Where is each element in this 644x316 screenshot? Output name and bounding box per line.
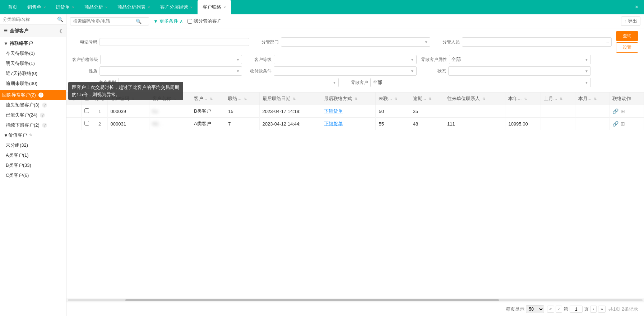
all-customers-header[interactable]: ☰ 全部客户 ❮ xyxy=(0,25,66,37)
row-check-1[interactable] xyxy=(84,121,89,126)
col-last-contact-method[interactable]: 最后联络方式 ⇅ xyxy=(321,93,375,105)
col-category[interactable]: 客户... ⇅ xyxy=(191,93,225,105)
sidebar-item-b-class[interactable]: B类客户(33) xyxy=(0,160,66,170)
value-edit-icon[interactable]: ✎ xyxy=(29,133,33,138)
row-last-contact-method-1[interactable]: 下销货单 xyxy=(321,118,375,130)
sidebar-item-abnormal[interactable]: 回购异常客户(2) ? xyxy=(0,90,66,100)
close-purchase-tab[interactable]: × xyxy=(72,5,74,9)
export-button[interactable]: ↑ 导出 xyxy=(621,16,641,26)
declining-help-icon: ? xyxy=(42,123,47,128)
close-customer-contact-tab[interactable]: × xyxy=(223,5,226,9)
page-number-input[interactable] xyxy=(570,306,583,313)
window-close-button[interactable]: × xyxy=(632,4,641,10)
dept-label: 分管部门 xyxy=(254,39,279,45)
tab-sales-label: 销售单 xyxy=(27,4,41,10)
sidebar-item-a-class[interactable]: A类客户(1) xyxy=(0,150,66,160)
value-customers-header[interactable]: ▼ 价值客户 ✎ xyxy=(0,130,66,140)
sort-this-month[interactable]: ⇅ xyxy=(594,97,597,101)
sort-this-year[interactable]: ⇅ xyxy=(524,97,527,101)
sort-contact-count[interactable]: ⇅ xyxy=(244,97,247,101)
retail-customer-arrow: ▼ xyxy=(585,81,588,85)
col-last-month-label: 上月... xyxy=(544,96,557,101)
row-check-0[interactable] xyxy=(84,108,89,113)
sidebar-item-7days[interactable]: 近7天待联络(0) xyxy=(0,69,66,79)
tab-customer-layered-label: 客户分层经营 xyxy=(160,4,188,10)
close-customer-layered-tab[interactable]: × xyxy=(190,5,193,9)
retail-attr-select[interactable]: 全部 ▼ xyxy=(449,55,591,64)
payment-select[interactable]: ▼ xyxy=(274,66,416,76)
tab-home[interactable]: 首页 xyxy=(3,0,22,14)
more-conditions-btn[interactable]: ▼ 更多条件 ∧ xyxy=(153,18,183,24)
close-product-analysis-tab[interactable]: × xyxy=(105,5,107,9)
per-page-select[interactable]: 50 20 100 xyxy=(526,305,544,313)
pending-header[interactable]: ▼ 待联络客户 xyxy=(0,38,66,48)
retail-customer-select[interactable]: 全部 ▼ xyxy=(370,78,591,87)
col-overdue[interactable]: 逾期... ⇅ xyxy=(410,93,444,105)
sort-category[interactable]: ⇅ xyxy=(210,97,213,101)
sort-unlocked[interactable]: ⇅ xyxy=(394,97,397,101)
tab-purchase[interactable]: 进货单 × xyxy=(51,0,79,14)
row-checkbox-0 xyxy=(81,105,92,118)
link-action-icon-1[interactable]: 🔗 xyxy=(612,121,618,127)
sort-overdue[interactable]: ⇅ xyxy=(428,97,431,101)
sidebar-item-tomorrow[interactable]: 明天待联络(1) xyxy=(0,58,66,69)
sidebar-item-declining[interactable]: 持续下滑客户(2) ? xyxy=(0,120,66,130)
customer-level-select[interactable]: ▼ xyxy=(274,55,416,64)
row-last-contact-method-0[interactable]: 下销货单 xyxy=(321,105,375,118)
query-button[interactable]: 查询 xyxy=(616,31,638,41)
horizontal-scrollbar[interactable] xyxy=(66,298,644,302)
sidebar-item-ungroup[interactable]: 未分组(32) xyxy=(0,140,66,150)
sidebar-item-c-class[interactable]: C类客户(6) xyxy=(0,170,66,180)
col-unlocked[interactable]: 未联... ⇅ xyxy=(376,93,410,105)
price-level-arrow: ▼ xyxy=(236,58,240,62)
phone-input[interactable] xyxy=(99,38,249,46)
tab-customer-layered[interactable]: 客户分层经营 × xyxy=(155,0,198,14)
setting-button[interactable]: 设置 xyxy=(616,42,638,53)
my-customers-checkbox[interactable]: 我分管的客户 xyxy=(187,18,222,24)
filter-row-1: 电话号码 分管部门 ▼ 分管人员 ··· xyxy=(72,31,638,53)
manager-select[interactable]: ··· xyxy=(462,37,612,47)
price-level-select[interactable]: ▼ xyxy=(100,55,242,64)
sidebar-item-lost-warning[interactable]: 流失预警客户(3) ? xyxy=(0,100,66,110)
already-lost-help-icon: ? xyxy=(40,113,45,118)
col-contact-count[interactable]: 联络... ⇅ xyxy=(225,93,259,105)
scroll-thumb[interactable] xyxy=(125,299,499,301)
col-company-contact[interactable]: 往来单位联系人 ⇅ xyxy=(444,93,505,105)
grid-action-icon-1[interactable]: ⊞ xyxy=(621,121,625,127)
sidebar-search-input[interactable] xyxy=(3,17,57,22)
tab-customer-contact[interactable]: 客户联络 × xyxy=(198,0,231,14)
row-action-0: 🔗 ⊞ xyxy=(609,105,644,118)
first-page-btn[interactable]: « xyxy=(547,306,555,313)
main-search-input[interactable] xyxy=(73,19,134,24)
col-this-month[interactable]: 本月... ⇅ xyxy=(575,93,609,105)
col-last-month[interactable]: 上月... ⇅ xyxy=(541,93,575,105)
collapse-sidebar-btn[interactable]: ❮ xyxy=(59,28,62,33)
status-select[interactable]: ▼ xyxy=(448,66,591,76)
tab-product-analysis[interactable]: 商品分析 × xyxy=(79,0,112,14)
tab-sales[interactable]: 销售单 × xyxy=(22,0,51,14)
link-action-icon-0[interactable]: 🔗 xyxy=(612,108,618,114)
col-last-contact-date[interactable]: 最后联络日期 ⇅ xyxy=(259,93,321,105)
last-page-btn[interactable]: » xyxy=(598,306,606,313)
already-lost-label: 已流失客户(24) xyxy=(6,112,37,118)
dept-select[interactable]: ▼ xyxy=(281,37,431,47)
declining-label: 持续下滑客户(2) xyxy=(6,122,40,128)
sort-company-contact[interactable]: ⇅ xyxy=(482,97,485,101)
col-this-year[interactable]: 本年... ⇅ xyxy=(505,93,541,105)
close-product-analysis-list-tab[interactable]: × xyxy=(148,5,150,9)
sort-last-month[interactable]: ⇅ xyxy=(560,97,562,101)
my-customers-check[interactable] xyxy=(187,19,192,24)
retail-attr-label: 零散客户属性 xyxy=(421,57,447,63)
gender-select[interactable]: ▼ xyxy=(99,66,242,76)
grid-action-icon-0[interactable]: ⊞ xyxy=(621,108,625,114)
close-sales-tab[interactable]: × xyxy=(43,5,46,9)
sort-last-contact-method[interactable]: ⇅ xyxy=(355,97,357,101)
sort-last-contact-date[interactable]: ⇅ xyxy=(293,97,296,101)
tab-purchase-label: 进货单 xyxy=(56,4,70,10)
prev-page-btn[interactable]: ‹ xyxy=(556,306,562,313)
sidebar-item-already-lost[interactable]: 已流失客户(24) ? xyxy=(0,110,66,120)
sidebar-item-today[interactable]: 今天待联络(0) xyxy=(0,48,66,58)
next-page-btn[interactable]: › xyxy=(590,306,597,313)
sidebar-item-overdue[interactable]: 逾期未联络(30) xyxy=(0,79,66,89)
tab-product-analysis-list[interactable]: 商品分析列表 × xyxy=(112,0,155,14)
